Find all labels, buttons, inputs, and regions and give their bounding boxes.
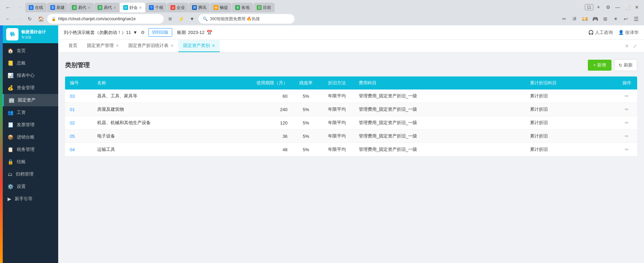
row4-operation[interactable]: ✏	[617, 130, 637, 143]
site-info-btn[interactable]: ⊞	[166, 14, 175, 23]
row4-edit-icon[interactable]: ✏	[625, 133, 629, 139]
browser-back-btn[interactable]: ←	[3, 3, 14, 12]
browser-tab-9[interactable]: 畅 畅提	[210, 3, 231, 12]
grid-btn[interactable]: ⊞	[601, 14, 610, 23]
page-tab-asset-category[interactable]: 固定资产类别 ✕	[178, 40, 220, 52]
row3-method: 年限平均	[320, 116, 354, 130]
period-info: 账期 2023-12 📅	[177, 29, 212, 36]
row2-operation[interactable]: ✏	[617, 103, 637, 116]
scissors-icon-btn[interactable]: ✂	[560, 14, 569, 23]
restore-btn[interactable]: ⬜	[623, 3, 632, 12]
row2-edit-icon[interactable]: ✏	[625, 107, 629, 112]
page-tab-depreciation-table-close[interactable]: ✕	[171, 44, 174, 48]
row5-operation[interactable]: ✏	[617, 143, 637, 156]
url-bar[interactable]: 🔒 https://cloud.chanjet.com/accounting/u…	[47, 14, 164, 24]
undo-btn[interactable]: ↩	[621, 14, 630, 23]
sidebar-item-reports[interactable]: 📊 报表中心	[3, 69, 58, 82]
browser-tab-6[interactable]: 个 个税	[146, 3, 167, 12]
row5-edit-icon[interactable]: ✏	[625, 147, 629, 152]
row1-operation[interactable]: ✏	[617, 89, 637, 103]
tab8-label: 腾讯	[198, 5, 206, 11]
browser-tab-3[interactable]: 易 易代 ✕	[68, 3, 94, 12]
sidebar-item-payroll[interactable]: 👥 工资	[3, 106, 58, 119]
browser-tab-11[interactable]: 目 目前	[253, 3, 275, 12]
page-tab-fixed-asset-mgmt[interactable]: 固定资产管理 ✕	[82, 40, 124, 52]
account-name-text: 刘小艳演示账套（勿删勿动！）11	[64, 29, 131, 36]
content-expand-btn[interactable]: ⤢	[632, 43, 639, 49]
currency-btn[interactable]: 💴	[580, 14, 589, 23]
browser-tab-2[interactable]: 新 新建	[47, 3, 68, 12]
page-title: 类别管理	[65, 61, 90, 69]
reload-btn[interactable]: ↻	[25, 14, 34, 23]
minimize-btn[interactable]: —	[613, 3, 622, 12]
row2-residual: 5%	[292, 103, 320, 116]
reports-menu-icon: 📊	[8, 73, 13, 78]
sidebar-item-home[interactable]: 🏠 首页	[3, 45, 58, 57]
page-tab-home[interactable]: 首页	[64, 40, 82, 52]
sidebar-item-archive[interactable]: 🗂 归档管理	[3, 168, 58, 180]
row1-edit-icon[interactable]: ✏	[625, 93, 629, 99]
tab-settings-btn[interactable]: ⚙	[604, 3, 613, 12]
sidebar-item-tax[interactable]: 📋 税务管理	[3, 143, 58, 156]
page-tab-asset-category-close[interactable]: ✕	[212, 44, 215, 48]
browser-tab-4[interactable]: 易 易代 ✕	[94, 3, 119, 12]
game-btn[interactable]: 🎮	[591, 14, 599, 23]
browser-tab-1[interactable]: 在 在线	[25, 3, 47, 12]
sidebar-item-fixed-assets[interactable]: 🏢 固定资产	[3, 94, 58, 106]
row3-edit-icon[interactable]: ✏	[625, 120, 629, 125]
brightness-btn[interactable]: ☀	[611, 14, 620, 23]
add-btn[interactable]: + 新增	[588, 60, 611, 71]
browser-close-btn[interactable]: ✕	[632, 3, 641, 12]
row3-operation[interactable]: ✏	[617, 116, 637, 130]
user-info[interactable]: 👤 徐泽华	[618, 29, 639, 36]
page-tab-depreciation-table[interactable]: 固定资产折旧统计表 ✕	[124, 40, 178, 52]
sidebar-item-inventory[interactable]: 📦 进销台账	[3, 131, 58, 143]
refresh-btn[interactable]: ↻ 刷新	[614, 59, 637, 71]
sidebar-item-funds[interactable]: 💰 资金管理	[3, 82, 58, 94]
menu-btn[interactable]: ☰	[632, 14, 641, 23]
sidebar-item-settings[interactable]: ⚙️ 设置	[3, 180, 58, 193]
account-count-btn[interactable]: ▼	[133, 30, 137, 35]
sidebar-item-guide[interactable]: ▶ 新手引导	[3, 193, 58, 205]
browser-forward-btn[interactable]: →	[14, 3, 25, 12]
back-btn[interactable]: ←	[3, 14, 12, 23]
bookmark-btn[interactable]: ▼	[188, 14, 197, 23]
tab3-close-icon[interactable]: ✕	[88, 6, 90, 10]
browser-tab-10[interactable]: 各 各地	[232, 3, 253, 12]
account-manage-btn[interactable]: ⚙	[141, 30, 145, 35]
browser-tab-8[interactable]: 腾 腾讯	[189, 3, 210, 12]
browser-tab-5[interactable]: 好 好会 ✕	[120, 3, 145, 12]
row4-code[interactable]: 05	[65, 130, 92, 143]
sidebar-item-closing[interactable]: 🔒 结账	[3, 156, 58, 168]
content-close-btn[interactable]: ✕	[623, 43, 630, 49]
tab5-label: 好会	[129, 5, 138, 11]
new-tab-btn[interactable]: +	[594, 3, 603, 12]
row5-accumulated: 累计折旧	[525, 143, 617, 156]
page-tab-fixed-asset-mgmt-label: 固定资产管理	[87, 43, 114, 49]
table-row: 04 运输工具 48 5% 年限平均 管理费用_固定资产折旧_一级 累计折旧 ✏	[65, 143, 637, 156]
help-btn[interactable]: 🎧 人工咨询	[588, 29, 613, 36]
browser-tab-7[interactable]: 企 企业	[167, 3, 188, 12]
row2-code[interactable]: 01	[65, 103, 92, 116]
sidebar-app-subtitle: 专业版	[21, 35, 46, 40]
tax-menu-label: 税务管理	[17, 146, 35, 153]
tab4-close-icon[interactable]: ✕	[113, 6, 116, 10]
page-tab-fixed-asset-mgmt-close[interactable]: ✕	[116, 44, 119, 48]
forward-btn[interactable]: →	[14, 14, 23, 23]
tab5-close-icon[interactable]: ✕	[139, 6, 142, 10]
home-btn[interactable]: 🏠	[36, 14, 45, 23]
row1-code[interactable]: 03	[65, 89, 92, 103]
switch-version-btn[interactable]: 切到旧版	[148, 28, 172, 37]
headset-icon: 🎧	[588, 30, 594, 35]
sidebar-item-ledger[interactable]: 📒 总账	[3, 57, 58, 69]
boost-btn[interactable]: ⚡	[177, 14, 186, 23]
search-bar[interactable]: 🔍 360智能抠图免费用 🔥热搜	[199, 14, 294, 24]
search-icon: 🔍	[203, 16, 208, 21]
row3-code[interactable]: 02	[65, 116, 92, 130]
calendar-icon[interactable]: 📅	[206, 30, 212, 35]
sidebar-item-invoice[interactable]: 🧾 发票管理	[3, 119, 58, 131]
translate-btn[interactable]: 译	[570, 14, 579, 23]
invoice-menu-icon: 🧾	[8, 122, 13, 128]
url-text: https://cloud.chanjet.com/accounting/uw1…	[58, 16, 136, 21]
row5-code[interactable]: 04	[65, 143, 92, 156]
